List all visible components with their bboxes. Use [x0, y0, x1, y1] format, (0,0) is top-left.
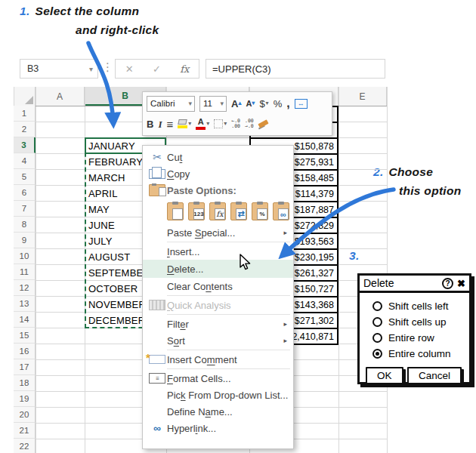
row-header-21[interactable]: 21 — [14, 423, 36, 439]
delete-dialog-titlebar: Delete ? ✖ — [360, 276, 469, 293]
context-menu: ✂CutCopyPaste Options:123fx⇄%∞Paste Spec… — [142, 145, 294, 449]
arrow-to-column-b — [88, 43, 113, 123]
formula-bar-separator-dots: ⋮ — [102, 60, 113, 74]
menu-item-hyperlink[interactable]: ∞Hyperlink... — [143, 420, 293, 436]
menu-item-insert[interactable]: Insert... — [143, 243, 293, 260]
row-header-1[interactable]: 1 — [14, 106, 36, 122]
menu-item-filter[interactable]: Filter▸ — [143, 316, 293, 332]
confirm-entry-icon[interactable]: ✓ — [153, 63, 161, 75]
paste-keep-source-formatting-icon[interactable] — [167, 202, 184, 220]
row-header-11[interactable]: 11 — [14, 264, 36, 280]
dialog-option-entire-row[interactable]: Entire row — [372, 330, 469, 346]
dialog-option-shift-cells-up[interactable]: Shift cells up — [372, 314, 469, 330]
row-header-20[interactable]: 20 — [14, 407, 36, 423]
menu-item-cut[interactable]: ✂Cut — [143, 149, 293, 165]
menu-item-define-name[interactable]: Define Name... — [143, 403, 293, 420]
name-box-dropdown-icon[interactable]: ▾ — [85, 65, 97, 73]
font-name-select[interactable]: Calibri▾ — [147, 96, 195, 112]
decrease-decimal-button[interactable]: ←.0.00 — [231, 119, 240, 129]
menu-item-format-cells[interactable]: ≡Format Cells... — [143, 370, 293, 387]
menu-separator — [167, 350, 290, 350]
font-size-select[interactable]: 11▾ — [199, 96, 227, 112]
row-header-7[interactable]: 7 — [14, 201, 36, 217]
cancel-button[interactable]: Cancel — [407, 367, 462, 384]
paste-formulas-icon[interactable]: fx — [209, 202, 226, 220]
column-header-a[interactable]: A — [36, 87, 85, 106]
italic-button[interactable]: I — [158, 119, 162, 129]
paste-transpose-icon[interactable]: ⇄ — [230, 202, 247, 220]
ok-button[interactable]: OK — [366, 367, 403, 384]
center-align-button[interactable]: ≡ — [166, 119, 173, 130]
row-header-18[interactable]: 18 — [14, 375, 36, 391]
increase-decimal-button[interactable]: .00→.0 — [245, 119, 254, 129]
row-header-2[interactable]: 2 — [14, 122, 36, 137]
menu-item-label: Filter — [167, 319, 189, 330]
menu-item-pick-from-list[interactable]: Pick From Drop-down List... — [143, 387, 293, 403]
grow-font-button[interactable]: A▴ — [231, 99, 241, 109]
row-header-10[interactable]: 10 — [14, 248, 36, 264]
dialog-option-shift-cells-left[interactable]: Shift cells left — [372, 298, 469, 314]
row-header-15[interactable]: 15 — [14, 328, 36, 344]
merge-center-button[interactable]: ↔ — [295, 99, 308, 109]
paste-link-icon[interactable]: ∞ — [273, 202, 289, 220]
menu-item-copy[interactable]: Copy — [143, 165, 293, 182]
dialog-option-label: Shift cells left — [388, 300, 449, 312]
submenu-arrow-icon: ▸ — [283, 320, 287, 328]
row-header-6[interactable]: 6 — [14, 185, 36, 201]
menu-item-delete[interactable]: Delete... — [143, 260, 293, 278]
menu-item-label: Paste Special... — [167, 227, 235, 239]
percent-style-button[interactable]: % — [274, 99, 283, 109]
row-header-5[interactable]: 5 — [14, 169, 36, 185]
column-header-e[interactable]: E — [338, 87, 387, 106]
excel-delete-column-tutorial: 1.Select the column and right-click 2.Ch… — [0, 0, 476, 453]
delete-dialog-title: Delete — [363, 277, 394, 289]
formula-bar[interactable]: =UPPER(C3) — [206, 59, 385, 79]
comma-style-button[interactable]: , — [286, 97, 289, 109]
row-header-17[interactable]: 17 — [14, 359, 36, 375]
borders-button[interactable]: ▾ — [214, 119, 227, 128]
select-all-corner[interactable] — [14, 87, 36, 106]
row-header-12[interactable]: 12 — [14, 280, 36, 296]
row-header-14[interactable]: 14 — [14, 312, 36, 328]
gridline — [338, 87, 339, 453]
accounting-format-button[interactable]: $▾ — [259, 99, 268, 109]
merge-center-icon: ↔ — [295, 99, 308, 109]
copy-icon — [149, 169, 165, 179]
paste-values-formatting-icon[interactable]: % — [252, 202, 268, 220]
name-box[interactable]: B3 ▾ — [20, 59, 98, 79]
dialog-close-icon[interactable]: ✖ — [457, 278, 465, 289]
step-3-number: 3. — [349, 249, 360, 262]
format-painter-button[interactable] — [258, 122, 268, 126]
row-header-16[interactable]: 16 — [14, 344, 36, 359]
row-header-4[interactable]: 4 — [14, 153, 36, 169]
menu-item-paste-special[interactable]: Paste Special...▸ — [143, 224, 293, 241]
dialog-option-entire-column[interactable]: Entire column — [372, 346, 469, 362]
row-header-19[interactable]: 19 — [14, 391, 36, 407]
row-header-22[interactable]: 22 — [14, 439, 36, 453]
radio-unselected-icon — [372, 317, 382, 327]
menu-item-paste-options[interactable]: Paste Options: — [143, 182, 293, 199]
gridline — [36, 87, 36, 453]
row-header-3[interactable]: 3 — [14, 137, 36, 153]
font-name-dropdown-icon: ▾ — [186, 100, 194, 107]
row-header-9[interactable]: 9 — [14, 233, 36, 248]
step-1-number: 1. — [20, 5, 30, 17]
fill-color-button[interactable]: ▾ — [178, 119, 191, 128]
row-header-8[interactable]: 8 — [14, 217, 36, 233]
menu-item-insert-comment[interactable]: Insert Comment — [143, 351, 293, 368]
bold-button[interactable]: B — [147, 119, 153, 129]
menu-item-label: Copy — [167, 168, 190, 180]
dialog-help-icon[interactable]: ? — [442, 278, 453, 289]
annotation-step-3: 3. — [349, 249, 365, 263]
step-2-number: 2. — [373, 165, 384, 178]
insert-function-icon[interactable]: fx — [180, 63, 189, 75]
menu-item-clear-contents[interactable]: Clear Contents — [143, 278, 293, 294]
cancel-entry-icon[interactable]: ✕ — [125, 63, 134, 75]
annotation-step-1-line2: and right-click — [76, 23, 159, 37]
shrink-font-button[interactable]: A▾ — [246, 100, 255, 108]
annotation-step-1: 1.Select the column — [20, 5, 139, 18]
font-color-button[interactable]: A▾ — [196, 118, 209, 130]
paste-values-icon[interactable]: 123 — [188, 202, 205, 220]
row-header-13[interactable]: 13 — [14, 296, 36, 312]
menu-item-sort[interactable]: Sort▸ — [143, 332, 293, 349]
